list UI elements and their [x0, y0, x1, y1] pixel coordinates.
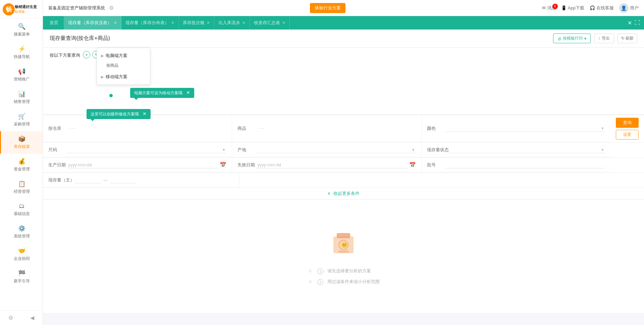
- calendar-expiry-icon[interactable]: 📅: [409, 162, 416, 168]
- tab-expand-icon[interactable]: ⛶: [635, 20, 640, 26]
- filter-expiry-date: 失效日期 📅: [232, 158, 421, 172]
- scheme-mobile-label: 移动端方案: [106, 74, 127, 80]
- search-buttons: 查询 设置: [610, 115, 644, 142]
- page-actions: 🖨 按模板打印 ▾ ↑ 导出 ↻ 刷新: [553, 34, 637, 43]
- expiry-date-input[interactable]: [256, 162, 408, 168]
- stock-status-select[interactable]: ▾: [449, 147, 605, 153]
- filter-stock-main: 现存量（主） —: [43, 173, 239, 187]
- collapse-bar[interactable]: ∧ 收起更多条件: [43, 188, 644, 200]
- sidebar-label-basic: 基础信息: [14, 211, 30, 217]
- tab-inventory-dist[interactable]: 现存量（库存分布表） ✕: [121, 16, 179, 30]
- template-print-button[interactable]: 🖨 按模板打印 ▾: [553, 34, 591, 43]
- sidebar-item-quicknav[interactable]: ⚡ 快捷导航: [0, 41, 43, 64]
- sidebar-label-marketing: 营销推广: [14, 76, 30, 82]
- tab-inventory-status[interactable]: 现存量（库存状况表） ✕: [64, 16, 121, 30]
- scheme-type-label: 按商品: [106, 63, 118, 68]
- tab-collect-summary-close[interactable]: ✕: [282, 20, 285, 25]
- set-button[interactable]: 设置: [616, 130, 639, 140]
- size-select[interactable]: ▾: [67, 147, 226, 153]
- batch-input[interactable]: [445, 162, 605, 168]
- filter-size: 尺码 ▾: [43, 143, 232, 157]
- filter-row-3: 生产日期 📅 失效日期 📅 批号: [43, 158, 644, 173]
- sidebar-item-purchase[interactable]: 🛒 采购管理: [0, 109, 43, 131]
- sidebar-item-search[interactable]: 🔍 搜索菜单: [0, 19, 43, 41]
- scheme-pc-group[interactable]: ▶ 电脑端方案: [97, 51, 150, 61]
- settings-bottom-icon[interactable]: ⚙: [8, 315, 13, 321]
- tab-batch-account-close[interactable]: ✕: [207, 20, 210, 25]
- scheme-mobile-group[interactable]: ▶ 移动端方案: [97, 72, 150, 82]
- tab-collect-summary[interactable]: 收发存汇总表 ✕: [250, 16, 290, 30]
- tab-home[interactable]: 首页: [44, 16, 64, 30]
- avatar-initials: 👤: [621, 5, 627, 11]
- purchase-icon: 🛒: [18, 113, 25, 120]
- tab-inout-flow-close[interactable]: ✕: [242, 20, 246, 25]
- sidebar-bottom: ⚙ ◀: [0, 310, 43, 325]
- filter-spacer-3: [610, 158, 644, 172]
- stock-main-from-input[interactable]: [74, 177, 101, 183]
- filter-spacer-4: [239, 173, 610, 187]
- main-content: 装备及固定资产辅助管理系统 ⚙ 体验行业方案 ✉ 6 消息 📱 App下载 🎧 …: [43, 0, 644, 325]
- export-button[interactable]: ↑ 导出: [594, 34, 614, 43]
- app-download-item[interactable]: 📱 App下载: [561, 5, 584, 11]
- sidebar-item-operation[interactable]: 📋 经营管理: [0, 176, 43, 199]
- settings-icon[interactable]: ⚙: [109, 5, 114, 11]
- template-print-label: 按模板打印: [563, 36, 583, 41]
- sidebar-item-marketing[interactable]: 📢 营销推广: [0, 64, 43, 86]
- tab-inout-flow[interactable]: 出入库流水 ✕: [214, 16, 250, 30]
- add-scheme-button[interactable]: +: [83, 51, 90, 58]
- collapse-label: 收起更多条件: [333, 191, 360, 196]
- tab-inout-flow-label: 出入库流水: [218, 20, 240, 26]
- logo-sub: 标准版: [15, 9, 37, 14]
- guide-icon: 🏁: [18, 270, 25, 277]
- tooltip-pc-scheme: 电脑方案可设为移动方案哦 ✕: [130, 88, 194, 98]
- basic-icon: 🗂: [19, 203, 25, 210]
- sidebar-item-enterprise[interactable]: 🤝 企业协同: [0, 243, 43, 266]
- sidebar-label-guide: 新手引导: [14, 278, 30, 284]
- filter-row-1: 按仓库 ··· 商品 ··· 颜色 ▾: [43, 115, 644, 143]
- marketing-icon: 📢: [18, 68, 25, 75]
- export-icon: ↑: [598, 36, 600, 41]
- empty-step1-marker: 1: [317, 268, 323, 274]
- tab-inventory-status-close[interactable]: ✕: [114, 20, 117, 25]
- goods-label: 商品: [237, 125, 256, 131]
- sidebar-item-inventory[interactable]: 📦 库存核算: [0, 131, 43, 154]
- scheme-type-item[interactable]: 按商品: [97, 61, 150, 70]
- origin-select[interactable]: ▾: [256, 147, 416, 153]
- sidebar-item-basic[interactable]: 🗂 基础信息: [0, 199, 43, 221]
- stock-main-to-input[interactable]: [110, 177, 137, 183]
- filter-goods: 商品 ···: [232, 115, 421, 142]
- chevron-down-size: ▾: [223, 147, 225, 152]
- logo-text-block: 畅销通好生意 标准版: [15, 4, 37, 14]
- sidebar-item-guide[interactable]: 🏁 新手引导: [0, 266, 43, 288]
- tooltip-edit-text: 这里可以创建和修改方案哦: [91, 112, 139, 116]
- sidebar-item-sales[interactable]: 📊 销售管理: [0, 86, 43, 109]
- empty-step1-text: 请先选择要分析的方案: [327, 268, 371, 273]
- tabs-controls: ✕ ⛶: [625, 20, 643, 26]
- tab-inventory-dist-close[interactable]: ✕: [171, 20, 174, 25]
- calendar-production-icon[interactable]: 📅: [220, 162, 226, 168]
- svg-rect-1: [337, 233, 350, 238]
- filter-spacer-2: [610, 143, 644, 157]
- tooltip-edit-close[interactable]: ✕: [143, 111, 147, 116]
- user-item[interactable]: 👤 用户: [619, 3, 639, 13]
- production-date-input[interactable]: [67, 162, 218, 168]
- refresh-button[interactable]: ↻ 刷新: [618, 34, 637, 43]
- message-item[interactable]: ✉ 6 消息: [542, 5, 556, 11]
- tooltip-pc-close[interactable]: ✕: [186, 90, 190, 95]
- export-label: 导出: [602, 36, 610, 41]
- online-service-label: 在线客服: [596, 5, 614, 11]
- search-button[interactable]: 查询: [616, 118, 639, 128]
- refresh-icon: ↻: [621, 36, 625, 41]
- sidebar-item-finance[interactable]: 💰 资金管理: [0, 154, 43, 176]
- online-service-item[interactable]: 🎧 在线客服: [590, 5, 614, 11]
- refresh-label: 刷新: [626, 36, 634, 41]
- tab-close-all-icon[interactable]: ✕: [628, 20, 632, 26]
- collapse-sidebar-icon[interactable]: ◀: [30, 315, 34, 321]
- tabs-bar: 首页 现存量（库存状况表） ✕ 现存量（库存分布表） ✕ 库存批次账 ✕ 出入库…: [43, 16, 644, 30]
- trial-button[interactable]: 体验行业方案: [310, 3, 345, 13]
- sidebar-item-system[interactable]: ⚙️ 系统管理: [0, 221, 43, 243]
- scheme-panel: ▶ 电脑端方案 按商品 ▶ 移动端方案: [97, 48, 150, 85]
- tab-batch-account[interactable]: 库存批次账 ✕: [179, 16, 214, 30]
- chevron-down-origin: ▾: [412, 147, 415, 152]
- color-select[interactable]: ▾: [445, 125, 605, 132]
